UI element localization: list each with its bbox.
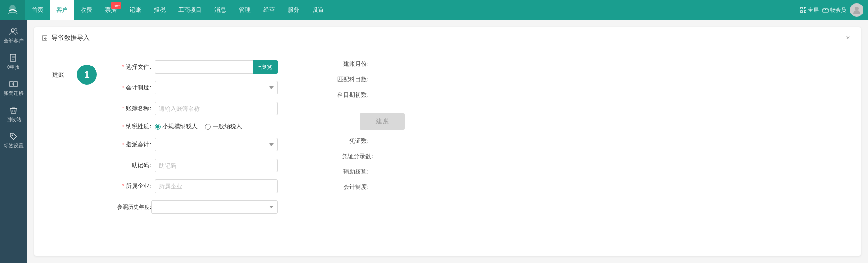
ledger-row: 账簿名称: xyxy=(115,102,278,115)
layout: 全部客户 0申报 账套迁移 回收站 xyxy=(0,20,868,263)
nav-right: 全屏 畅会员 xyxy=(800,3,863,17)
tax-option2-radio[interactable] xyxy=(205,124,211,130)
accounting-info-label: 会计制度: xyxy=(332,183,369,191)
import-icon xyxy=(42,34,49,42)
tax-option1-text: 小规模纳税人 xyxy=(162,122,198,131)
memo-input[interactable] xyxy=(155,159,278,172)
step-label: 建账 xyxy=(52,71,64,79)
sidebar-item-tags-label: 标签设置 xyxy=(4,142,24,149)
dialog-header: 导爷数据导入 × xyxy=(34,27,861,49)
build-btn-area: 建账 xyxy=(332,113,432,130)
nav-item-收费[interactable]: 收费 xyxy=(74,0,99,20)
nav-item-设置[interactable]: 设置 xyxy=(306,0,330,20)
ledger-input[interactable] xyxy=(155,102,278,115)
tax-row: 纳税性质: 小规模纳税人 一般纳税人 xyxy=(115,122,278,131)
top-nav: 首页客户收费票据new记账报税工商项目消息管理经营服务设置 全屏 畅会员 xyxy=(0,0,868,20)
sidebar-item-tags[interactable]: 标签设置 xyxy=(1,128,26,153)
accountant-row: 指派会计: xyxy=(115,138,278,151)
tax-option2-label[interactable]: 一般纳税人 xyxy=(205,122,242,131)
voucher-records-label: 凭证分录数: xyxy=(332,152,373,160)
form-left: 建账 1 xyxy=(52,60,97,214)
svg-rect-10 xyxy=(10,81,13,87)
tax-option1-radio[interactable] xyxy=(155,124,161,130)
svg-rect-2 xyxy=(804,7,806,9)
svg-point-6 xyxy=(855,7,859,10)
accountant-label: 指派会计: xyxy=(115,141,151,149)
main-content: 导爷数据导入 × 建账 1 选择文件: xyxy=(27,20,868,263)
app-logo[interactable] xyxy=(0,0,25,20)
svg-rect-11 xyxy=(14,81,17,87)
sidebar-item-all-clients-label: 全部客户 xyxy=(4,38,24,44)
tax-label: 纳税性质: xyxy=(115,122,151,131)
month-row: 建账月份: xyxy=(332,60,432,68)
nav-item-服务[interactable]: 服务 xyxy=(281,0,306,20)
build-account-button[interactable]: 建账 xyxy=(360,113,405,130)
file-input-group: +浏览 xyxy=(155,60,278,74)
nav-item-客户[interactable]: 客户 xyxy=(50,0,74,20)
sidebar-item-trash[interactable]: 回收站 xyxy=(1,102,26,127)
file-row: 选择文件: +浏览 xyxy=(115,60,278,74)
sidebar-item-transfer-label: 账套迁移 xyxy=(4,90,24,97)
nav-item-消息[interactable]: 消息 xyxy=(208,0,232,20)
match-label: 匹配科目数: xyxy=(332,75,369,84)
sidebar-item-declaration[interactable]: 0申报 xyxy=(1,50,26,74)
file-input[interactable] xyxy=(155,60,253,74)
accountant-select[interactable] xyxy=(155,138,278,151)
company-label: 所属企业: xyxy=(115,182,151,190)
voucher-records-row: 凭证分录数: xyxy=(332,152,432,160)
sidebar-item-all-clients[interactable]: 全部客户 xyxy=(1,23,26,48)
fullscreen-btn[interactable]: 全屏 xyxy=(800,6,819,14)
dialog-title-text: 导爷数据导入 xyxy=(52,34,90,42)
voucher-label: 凭证数: xyxy=(332,137,369,145)
accounting-select[interactable] xyxy=(155,81,278,94)
nav-item-记账[interactable]: 记账 xyxy=(123,0,147,20)
step-circle: 1 xyxy=(77,65,97,85)
company-row: 所属企业: xyxy=(115,179,278,193)
file-label: 选择文件: xyxy=(115,63,151,71)
sidebar-item-declaration-label: 0申报 xyxy=(7,64,20,70)
dialog-title: 导爷数据导入 xyxy=(42,34,90,42)
browse-button[interactable]: +浏览 xyxy=(253,60,278,74)
accounting-row: 会计制度: xyxy=(115,81,278,94)
svg-point-7 xyxy=(11,29,14,32)
sidebar: 全部客户 0申报 账套迁移 回收站 xyxy=(0,20,27,263)
vertical-divider xyxy=(305,60,305,214)
month-label: 建账月份: xyxy=(332,60,369,68)
ledger-label: 账簿名称: xyxy=(115,104,151,113)
accounting-info-row: 会计制度: xyxy=(332,183,432,191)
svg-rect-1 xyxy=(801,7,802,9)
nav-item-管理[interactable]: 管理 xyxy=(232,0,257,20)
aux-label: 辅助核算: xyxy=(332,168,369,176)
nav-item-报税[interactable]: 报税 xyxy=(147,0,172,20)
aux-row: 辅助核算: xyxy=(332,168,432,176)
nav-item-首页[interactable]: 首页 xyxy=(25,0,50,20)
user-avatar[interactable] xyxy=(850,3,863,17)
vip-btn[interactable]: 畅会员 xyxy=(822,6,846,14)
memo-label: 助记码: xyxy=(115,161,151,169)
company-input[interactable] xyxy=(155,179,278,193)
close-button[interactable]: × xyxy=(843,33,854,43)
sidebar-item-transfer[interactable]: 账套迁移 xyxy=(1,76,26,100)
nav-item-工商项目[interactable]: 工商项目 xyxy=(172,0,208,20)
match-row: 匹配科目数: xyxy=(332,75,432,84)
nav-item-经营[interactable]: 经营 xyxy=(257,0,281,20)
fullscreen-label: 全屏 xyxy=(808,6,819,14)
left-col: 选择文件: +浏览 会计制度: xyxy=(115,60,278,214)
memo-row: 助记码: xyxy=(115,159,278,172)
sidebar-item-trash-label: 回收站 xyxy=(6,116,21,123)
history-row: 参照历史年度: xyxy=(115,200,278,214)
history-select[interactable] xyxy=(151,200,278,214)
form-body: 建账 1 选择文件: +浏览 会计制度: xyxy=(34,49,861,225)
nav-item-票据[interactable]: 票据new xyxy=(99,0,123,20)
tax-option2-text: 一般纳税人 xyxy=(213,122,242,131)
badge-new: new xyxy=(111,2,121,9)
dialog-wrapper: 导爷数据导入 × 建账 1 选择文件: xyxy=(34,27,861,256)
svg-rect-4 xyxy=(804,11,806,13)
voucher-row: 凭证数: xyxy=(332,137,432,145)
history-label: 参照历史年度: xyxy=(115,203,151,211)
vip-label: 畅会员 xyxy=(830,6,846,14)
init-label: 科目期初数: xyxy=(332,91,369,99)
svg-rect-3 xyxy=(801,11,802,13)
tax-option1-label[interactable]: 小规模纳税人 xyxy=(155,122,198,131)
svg-point-8 xyxy=(15,29,17,31)
